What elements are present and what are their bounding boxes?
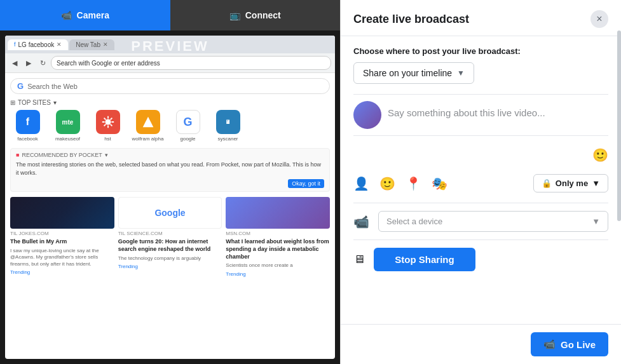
stop-sharing-button[interactable]: Stop Sharing	[374, 248, 475, 271]
privacy-chevron-icon: ▼	[592, 179, 600, 188]
browser-preview: f LG facebook ✕ New Tab ✕ ◀ ▶ ↻ Search w…	[5, 36, 335, 359]
new-tab-label: New Tab	[76, 41, 100, 48]
chevron-down-icon: ▼	[457, 69, 465, 78]
go-live-camera-icon: 📹	[543, 339, 556, 350]
top-sites-label: ⊞ TOP SITES ▾	[10, 99, 330, 106]
search-placeholder: Search the Web	[27, 83, 78, 90]
pocket-chevron: ▾	[105, 152, 108, 158]
site-name-wolfram: wolfram alpha	[132, 136, 164, 142]
article-1-excerpt: I saw my unique-loving uncle say at the …	[10, 248, 114, 267]
pocket-recommendation: ■ RECOMMENDED BY POCKET ▾ The most inter…	[10, 148, 330, 192]
google-search-bar[interactable]: G Search the Web	[10, 78, 330, 94]
device-select-dropdown[interactable]: Select a device ▼	[378, 211, 608, 232]
site-name-syscaner: syscaner	[217, 136, 238, 142]
articles-grid: TIL JOKES.COM The Bullet in My Arm I saw…	[10, 197, 330, 276]
tag-people-icon[interactable]: 👤	[353, 176, 369, 191]
avatar	[353, 101, 381, 129]
svg-marker-1	[142, 117, 153, 128]
privacy-button[interactable]: 🔒 Only me ▼	[533, 174, 608, 192]
article-2: Google TIL SCIENCE.COM Google turns 20: …	[118, 197, 222, 276]
device-select-arrow: ▼	[592, 217, 600, 226]
pocket-ok-btn[interactable]: Okay, got it	[288, 179, 324, 188]
article-2-excerpt: The technology company is arguably	[118, 255, 222, 262]
site-name-google: google	[180, 136, 195, 142]
tab-connect[interactable]: 📺 Connect	[170, 0, 341, 30]
go-live-button[interactable]: 📹 Go Live	[531, 332, 608, 356]
feeling-icon[interactable]: 🎭	[432, 176, 447, 191]
fb-favicon: f	[14, 41, 16, 48]
browser-nav: ◀ ▶ ↻ Search with Google or enter addres…	[5, 53, 335, 72]
reload-btn[interactable]: ↻	[37, 57, 48, 69]
article-2-trending: Trending	[118, 264, 222, 269]
site-syscaner[interactable]: 🖥 syscaner	[210, 110, 245, 142]
timeline-dropdown[interactable]: Share on your timeline ▼	[353, 62, 474, 84]
choose-label: Choose where to post your live broadcast…	[353, 46, 608, 56]
mte-icon: mte	[56, 110, 80, 134]
tab-close-icon[interactable]: ✕	[57, 41, 62, 48]
hst-icon	[96, 110, 120, 134]
article-2-image: Google	[118, 197, 222, 229]
site-wolfram[interactable]: wolfram alpha	[130, 110, 165, 142]
screen-share-section: 🖥 Stop Sharing	[353, 240, 608, 279]
site-google[interactable]: G google	[170, 110, 205, 142]
left-panel: 📹 Camera 📺 Connect PREVIEW f LG facebook…	[0, 0, 340, 364]
scrollbar[interactable]	[617, 30, 621, 221]
browser-tab-new[interactable]: New Tab ✕	[69, 39, 114, 50]
go-live-label: Go Live	[561, 339, 596, 350]
svg-point-0	[105, 119, 111, 125]
article-2-title: Google turns 20: How an internet search …	[118, 238, 222, 253]
address-bar[interactable]: Search with Google or enter address	[51, 56, 331, 70]
google-logo: G	[17, 81, 24, 91]
pocket-checkbox-icon: ■	[16, 152, 19, 158]
privacy-label: Only me	[556, 179, 588, 188]
syscaner-icon: 🖥	[216, 110, 240, 134]
facebook-icon: f	[16, 110, 40, 134]
article-1-trending: Trending	[10, 269, 114, 275]
chevron-down-icon: ▾	[53, 99, 57, 106]
right-body: Choose where to post your live broadcast…	[341, 36, 621, 324]
browser-tab-active[interactable]: f LG facebook ✕	[8, 39, 68, 50]
site-hst[interactable]: hst	[90, 110, 125, 142]
sites-grid: f facebook mte makeuseof hst	[10, 110, 330, 142]
right-footer: 📹 Go Live	[341, 324, 621, 364]
article-1-source: TIL JOKES.COM	[10, 231, 114, 236]
forward-btn[interactable]: ▶	[23, 57, 34, 69]
page-title: Create live broadcast	[353, 13, 469, 26]
location-icon[interactable]: 📍	[406, 176, 421, 191]
emoji-button[interactable]: 🙂	[592, 147, 608, 163]
address-text: Search with Google or enter address	[57, 60, 160, 67]
composer-actions: 👤 🙂 📍 🎭 🔒 Only me ▼	[353, 169, 608, 203]
close-button[interactable]: ×	[590, 10, 608, 28]
tab-camera[interactable]: 📹 Camera	[0, 0, 170, 30]
apps-icon: ⊞	[10, 99, 15, 106]
emoji-row: 🙂	[353, 145, 608, 169]
new-tab-close-icon[interactable]: ✕	[103, 41, 108, 48]
connect-tab-label: Connect	[245, 10, 281, 20]
site-name-hst: hst	[104, 136, 111, 142]
article-3-source: MSN.COM	[226, 231, 330, 236]
right-panel: Create live broadcast × Choose where to …	[340, 0, 621, 364]
camera-icon: 📹	[61, 10, 72, 20]
back-btn[interactable]: ◀	[9, 57, 20, 69]
article-1: TIL JOKES.COM The Bullet in My Arm I saw…	[10, 197, 114, 276]
article-1-image	[10, 197, 114, 229]
tab-label-active: LG facebook	[18, 41, 55, 48]
tab-bar: 📹 Camera 📺 Connect	[0, 0, 340, 30]
article-3-trending: Trending	[226, 271, 330, 277]
right-header: Create live broadcast ×	[341, 0, 621, 36]
composer-placeholder[interactable]: Say something about this live video...	[388, 101, 608, 118]
browser-content: G Search the Web ⊞ TOP SITES ▾ f faceboo…	[5, 73, 335, 282]
emoji-action-icon[interactable]: 🙂	[379, 176, 395, 191]
pocket-label: ■ RECOMMENDED BY POCKET ▾	[16, 152, 324, 158]
article-3-image	[226, 197, 330, 229]
site-facebook[interactable]: f facebook	[10, 110, 45, 142]
site-name-mte: makeuseof	[55, 136, 80, 142]
device-section: 📹 Select a device ▼	[353, 203, 608, 240]
connect-icon: 📺	[229, 10, 240, 20]
site-name-facebook: facebook	[17, 136, 38, 142]
article-3-excerpt: Scientists once more create a	[226, 262, 330, 269]
device-select-placeholder: Select a device	[386, 217, 442, 226]
site-mte[interactable]: mte makeuseof	[50, 110, 85, 142]
article-1-title: The Bullet in My Arm	[10, 238, 114, 246]
preview-label: PREVIEW	[131, 38, 208, 55]
